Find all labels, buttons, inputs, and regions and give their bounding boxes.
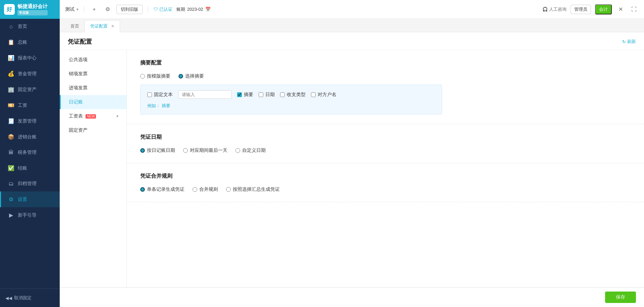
sidebar-item-sales-ledger[interactable]: 📦 进销台账 xyxy=(0,129,60,145)
fixed-text-input[interactable] xyxy=(178,90,232,99)
tab-voucher-config[interactable]: 凭证配置 ✕ xyxy=(85,20,120,32)
date-checkbox[interactable] xyxy=(259,92,263,97)
merge-rules-option[interactable]: 合并规则 xyxy=(193,186,218,192)
headset-icon: 🎧 xyxy=(542,7,548,12)
sidebar-item-salary[interactable]: 💴 工资 xyxy=(0,97,60,113)
fixed-text-checkbox[interactable] xyxy=(147,92,152,97)
consult-label: 人工咨询 xyxy=(549,6,567,12)
consult-button[interactable]: 🎧 人工咨询 xyxy=(542,6,567,12)
calendar-icon[interactable]: 📅 xyxy=(205,7,211,12)
tabbar: 首页 凭证配置 ✕ xyxy=(60,19,644,32)
new-badge: NEW xyxy=(86,114,96,119)
sidebar-item-capital[interactable]: 💰 资金管理 xyxy=(0,66,60,82)
sidebar-item-label: 首页 xyxy=(18,24,27,30)
capital-icon: 💰 xyxy=(8,71,14,77)
add-button[interactable]: + xyxy=(90,5,99,14)
sidebar-item-guide[interactable]: ▶ 新手引导 xyxy=(0,207,60,223)
summary-generate-radio[interactable] xyxy=(226,187,231,192)
period-last-radio[interactable] xyxy=(183,148,188,153)
sidebar-item-invoice[interactable]: 🧾 发票管理 xyxy=(0,113,60,129)
report-icon: 📊 xyxy=(8,55,14,61)
income-expense-checkbox[interactable] xyxy=(280,92,285,97)
old-version-button[interactable]: 切到旧版 xyxy=(116,5,143,14)
menu-item-payroll[interactable]: 工资表 NEW ▾ xyxy=(60,109,126,123)
journal-date-option[interactable]: 按日记账日期 xyxy=(140,147,175,154)
sidebar-item-label: 税务管理 xyxy=(18,149,37,156)
income-expense-checkbox-label[interactable]: 收支类型 xyxy=(280,92,306,98)
sidebar-item-settings[interactable]: ⚙ 设置 xyxy=(0,191,60,207)
period-last-option[interactable]: 对应期间最后一天 xyxy=(183,147,227,154)
home-icon: ⌂ xyxy=(8,24,14,30)
menu-item-payroll-label: 工资表 xyxy=(69,113,83,119)
journal-date-radio[interactable] xyxy=(140,148,145,153)
menu-item-purchase-invoice[interactable]: 进项发票 xyxy=(60,81,126,95)
sidebar-item-label: 设置 xyxy=(18,196,27,203)
sidebar-bottom: ◀◀ 取消固定 xyxy=(0,289,60,307)
company-name: 测试 xyxy=(65,6,74,12)
date-label: 日期 xyxy=(265,92,275,98)
right-content: 摘要配置 按模版摘要 选择摘要 xyxy=(127,50,644,287)
fixed-text-checkbox-label[interactable]: 固定文本 xyxy=(147,92,173,98)
sidebar-item-fixed-asset[interactable]: 🏢 固定资产 xyxy=(0,82,60,97)
topbar-divider xyxy=(84,6,84,13)
summary-generate-option[interactable]: 按照选择汇总生成凭证 xyxy=(226,186,280,192)
company-selector[interactable]: 测试 ▾ xyxy=(65,6,78,12)
counterpart-checkbox[interactable] xyxy=(311,92,316,97)
sidebar-item-report[interactable]: 📊 报表中心 xyxy=(0,50,60,66)
sidebar-item-archive[interactable]: 🗂 归档管理 xyxy=(0,176,60,191)
fixed-asset-icon: 🏢 xyxy=(8,86,14,93)
sidebar-item-home[interactable]: ⌂ 首页 xyxy=(0,19,60,34)
menu-item-journal[interactable]: 日记账 xyxy=(60,95,126,109)
menu-item-sales-invoice[interactable]: 销项发票 xyxy=(60,67,126,81)
menu-item-fixed-asset2-label: 固定资产 xyxy=(69,127,88,133)
sidebar-item-label: 固定资产 xyxy=(18,87,37,93)
counterpart-label: 对方户名 xyxy=(318,92,336,98)
settings-gear-icon[interactable]: ⚙ xyxy=(103,5,112,14)
summary-box-row: 固定文本 摘要 日期 xyxy=(147,90,435,99)
cancel-fixed-button[interactable]: ◀◀ 取消固定 xyxy=(5,293,54,303)
summary-checkbox[interactable] xyxy=(237,92,242,97)
sidebar-item-ledger[interactable]: 📋 总账 xyxy=(0,34,60,50)
sidebar-item-tax[interactable]: 🏛 税务管理 xyxy=(0,145,60,160)
admin-button[interactable]: 管理员 xyxy=(571,5,591,14)
sidebar-item-checkout[interactable]: ✅ 结账 xyxy=(0,160,60,176)
counterpart-checkbox-label[interactable]: 对方户名 xyxy=(311,92,336,98)
close-window-button[interactable]: ✕ xyxy=(616,5,625,14)
payroll-expand-icon: ▾ xyxy=(116,114,118,119)
summary-select-option[interactable]: 选择摘要 xyxy=(178,73,204,79)
summary-template-option[interactable]: 按模版摘要 xyxy=(140,73,170,79)
refresh-button[interactable]: ↻ 刷新 xyxy=(622,39,636,45)
topbar-right: 🎧 人工咨询 管理员 会计 xyxy=(542,4,612,14)
settings-icon: ⚙ xyxy=(8,196,14,203)
summary-select-label: 选择摘要 xyxy=(185,73,204,79)
summary-checkbox-label[interactable]: 摘要 xyxy=(237,92,253,98)
summary-select-radio[interactable] xyxy=(178,74,183,79)
tab-home[interactable]: 首页 xyxy=(65,20,85,32)
archive-icon: 🗂 xyxy=(8,181,14,187)
custom-date-option[interactable]: 自定义日期 xyxy=(235,147,266,154)
period-last-label: 对应期间最后一天 xyxy=(190,147,227,154)
merge-rules-radio[interactable] xyxy=(193,187,197,192)
save-button[interactable]: 保存 xyxy=(605,292,636,303)
period-label: 账期 xyxy=(176,6,185,12)
journal-date-label: 按日记账日期 xyxy=(147,147,175,154)
page-footer: 保存 xyxy=(60,287,644,307)
sidebar: 好 畅捷通好会计 专业版 ⌂ 首页 📋 总账 📊 报表中心 💰 资金管理 🏢 固… xyxy=(0,0,60,307)
tab-home-label: 首页 xyxy=(70,23,79,29)
single-record-radio[interactable] xyxy=(140,187,145,192)
menu-item-public-label: 公共选项 xyxy=(69,57,88,62)
menu-item-fixed-asset2[interactable]: 固定资产 xyxy=(60,123,126,137)
example-prefix: 例如： xyxy=(147,103,160,108)
single-record-option[interactable]: 单条记录生成凭证 xyxy=(140,186,184,192)
custom-date-radio[interactable] xyxy=(235,148,240,153)
role-button[interactable]: 会计 xyxy=(595,4,612,14)
date-checkbox-label[interactable]: 日期 xyxy=(259,92,275,98)
page-title: 凭证配置 xyxy=(68,38,92,46)
tax-icon: 🏛 xyxy=(8,149,14,156)
menu-item-public[interactable]: 公共选项 xyxy=(60,53,126,67)
topbar: 测试 ▾ + ⚙ 切到旧版 🛡 已认证 账期 2023-02 📅 🎧 人工咨询 … xyxy=(60,0,644,19)
summary-template-radio[interactable] xyxy=(140,74,145,79)
close-tab-icon[interactable]: ✕ xyxy=(111,24,114,29)
summary-generate-label: 按照选择汇总生成凭证 xyxy=(233,186,280,192)
fullscreen-button[interactable]: ⛶ xyxy=(629,5,639,14)
